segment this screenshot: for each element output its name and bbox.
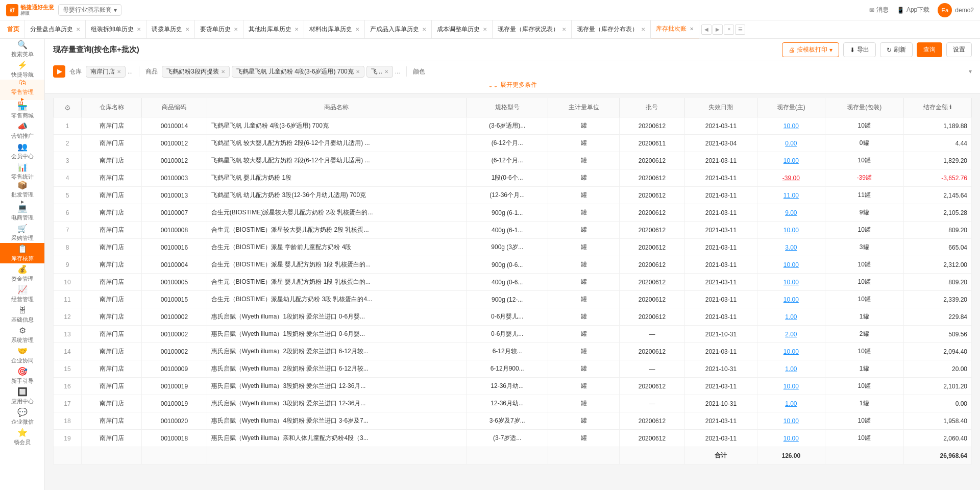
sidebar-item-retail-shop[interactable]: 🏪 零售商城	[0, 100, 44, 120]
row-num: 18	[54, 412, 82, 430]
goods-more-icon[interactable]: ...	[395, 68, 400, 75]
industry-selector[interactable]: 母婴行业演示账套 ▾	[58, 4, 121, 16]
close-icon[interactable]: ✕	[562, 27, 566, 32]
close-icon[interactable]: ✕	[483, 27, 487, 32]
sidebar-item-basic[interactable]: 🗄 基础信息	[0, 304, 44, 325]
nav-right-arrow[interactable]: ▶	[713, 24, 723, 35]
more-icon[interactable]: ...	[128, 68, 133, 75]
sidebar-item-membership[interactable]: ⭐ 畅会员	[0, 427, 44, 447]
row-batch: 20200612	[620, 152, 685, 169]
settings-btn[interactable]: 设置	[946, 42, 972, 57]
row-amount: 0.00	[903, 395, 971, 412]
tab-cailiaochu[interactable]: 材料出库单历史 ✕	[304, 20, 365, 39]
tab-kucunpici[interactable]: 库存批次账 ✕	[651, 20, 699, 39]
table-row: 1 南岸门店 00100014 飞鹤星飞帆 儿童奶粉 4段(3-6岁适用) 70…	[54, 117, 972, 135]
export-btn[interactable]: ⬇ 导出	[843, 42, 876, 57]
close-icon[interactable]: ✕	[690, 26, 694, 32]
col-settings[interactable]: ⚙	[54, 98, 82, 117]
message-btn[interactable]: ✉ 消息	[869, 6, 889, 14]
sidebar-item-system[interactable]: ⚙ 系统管理	[0, 325, 44, 345]
app-download-btn[interactable]: 📱 App下载	[897, 6, 929, 14]
close-icon[interactable]: ✕	[117, 69, 121, 75]
sidebar-item-marketing[interactable]: 📣 营销推广	[0, 120, 44, 141]
nav-menu-arrow[interactable]: ☰	[735, 24, 745, 35]
row-qty-main[interactable]: 10.00	[757, 430, 825, 447]
print-btn[interactable]: 🖨 按模板打印 ▾	[782, 42, 839, 57]
row-qty-main[interactable]: 10.00	[757, 378, 825, 395]
tab-qitachuku[interactable]: 其他出库单历史 ✕	[243, 20, 304, 39]
sidebar-item-operations[interactable]: 📈 经营管理	[0, 284, 44, 304]
row-unit: 罐	[548, 430, 620, 447]
sidebar-item-apps[interactable]: 🔲 应用中心	[0, 386, 44, 406]
goods-tag-2[interactable]: 飞鹤星飞帆 儿童奶粉 4段(3-6岁适用) 700克 ✕	[232, 66, 364, 78]
row-qty-main[interactable]: 1.00	[757, 395, 825, 412]
nav-left-arrow[interactable]: ◀	[701, 24, 712, 35]
row-qty-main[interactable]: 10.00	[757, 291, 825, 308]
row-qty-main[interactable]: 0.00	[757, 135, 825, 152]
close-icon[interactable]: ✕	[295, 27, 299, 32]
sidebar-item-purchase[interactable]: 🛒 采购管理	[0, 223, 44, 243]
row-qty-main[interactable]: 1.00	[757, 308, 825, 326]
row-qty-main[interactable]: 10.00	[757, 274, 825, 291]
row-qty-main[interactable]: 3.00	[757, 239, 825, 256]
filter-toggle-btn[interactable]: ▶	[53, 65, 65, 78]
row-qty-main[interactable]: 1.00	[757, 360, 825, 378]
row-qty-main[interactable]: 10.00	[757, 412, 825, 430]
sidebar-item-search[interactable]: 🔍 搜索英单	[0, 39, 44, 59]
apps-icon: 🔲	[17, 387, 28, 397]
close-icon[interactable]: ✕	[137, 27, 141, 32]
close-icon[interactable]: ✕	[356, 69, 360, 75]
sidebar-item-ecommerce[interactable]: 💻 电商管理	[0, 202, 44, 223]
row-qty-main[interactable]: 2.00	[757, 326, 825, 343]
sidebar-item-enterprise[interactable]: 🤝 企业协同	[0, 345, 44, 365]
nav-close-arrow[interactable]: ✕	[724, 24, 734, 35]
row-qty-main[interactable]: 10.00	[757, 343, 825, 360]
tab-zuche[interactable]: 组装拆卸单历史 ✕	[86, 20, 146, 39]
tab-xianzailiang2[interactable]: 现存量（库存分布表） ✕	[572, 20, 651, 39]
row-qty-main[interactable]: 10.00	[757, 117, 825, 135]
sidebar-item-retail[interactable]: 🛍 零售管理 ▶	[0, 80, 44, 100]
row-qty-main[interactable]: 10.00	[757, 152, 825, 169]
refresh-btn[interactable]: ↻ 刷新	[880, 42, 913, 57]
tab-home[interactable]: 首页	[2, 20, 25, 39]
query-btn[interactable]: 查询	[917, 42, 942, 57]
warehouse-tag-nanqiao[interactable]: 南岸门店 ✕	[86, 66, 126, 78]
row-qty-main[interactable]: 9.00	[757, 204, 825, 222]
row-qty-main[interactable]: 11.00	[757, 187, 825, 204]
user-info[interactable]: Ea demo2	[938, 3, 974, 17]
close-icon[interactable]: ✕	[641, 27, 645, 32]
sidebar-item-wechat[interactable]: 💬 企业微信	[0, 406, 44, 427]
tab-fenpan[interactable]: 分量盘点单历史 ✕	[25, 20, 86, 39]
close-icon[interactable]: ✕	[422, 27, 426, 32]
close-icon[interactable]: ✕	[76, 27, 80, 32]
close-icon[interactable]: ✕	[221, 69, 225, 75]
goods-tag-more[interactable]: 飞... ✕	[366, 66, 393, 78]
close-icon[interactable]: ✕	[384, 69, 388, 75]
tab-chengpinru[interactable]: 产成品入库单历史 ✕	[365, 20, 432, 39]
sidebar-item-shortcut[interactable]: ⚡ 快捷导航	[0, 59, 44, 80]
expand-conditions-btn[interactable]: ⌄⌄ 展开更多条件	[488, 81, 537, 89]
row-num: 8	[54, 239, 82, 256]
sidebar-item-retail-stat[interactable]: 📊 零售统计	[0, 161, 44, 182]
row-qty-main[interactable]: 10.00	[757, 256, 825, 274]
row-qty-main[interactable]: -39.00	[757, 169, 825, 187]
row-qty-main[interactable]: 10.00	[757, 222, 825, 239]
tab-xianzailiang1[interactable]: 现存量（库存状况表） ✕	[493, 20, 572, 39]
goods-tag-1[interactable]: 飞鹤奶粉3段丙提装 ✕	[162, 66, 230, 78]
tab-diaopai[interactable]: 调拨单历史 ✕	[146, 20, 195, 39]
sidebar-item-wholesale[interactable]: 📦 批发管理 ▶	[0, 182, 44, 202]
sidebar-item-guide[interactable]: 🎯 新手引导	[0, 365, 44, 386]
tab-chengbendiao[interactable]: 成本调整单历史 ✕	[432, 20, 493, 39]
chevron-down-icon[interactable]: ▾	[969, 68, 972, 75]
row-name: 飞鹤星飞帆 较大婴儿配方奶粉 2段(6-12个月婴幼儿适用) ...	[207, 152, 466, 169]
close-icon[interactable]: ✕	[355, 27, 359, 32]
close-icon[interactable]: ✕	[234, 27, 238, 32]
sidebar-item-member[interactable]: 👥 会员中心	[0, 141, 44, 161]
sidebar-item-inventory[interactable]: 📋 库存核算	[0, 243, 44, 263]
avatar: Ea	[938, 3, 952, 17]
row-unit: 罐	[548, 152, 620, 169]
sidebar-item-finance[interactable]: 💰 资金管理	[0, 263, 44, 284]
tab-yaohuo[interactable]: 要货单历史 ✕	[195, 20, 243, 39]
row-unit: 罐	[548, 169, 620, 187]
close-icon[interactable]: ✕	[185, 27, 189, 32]
